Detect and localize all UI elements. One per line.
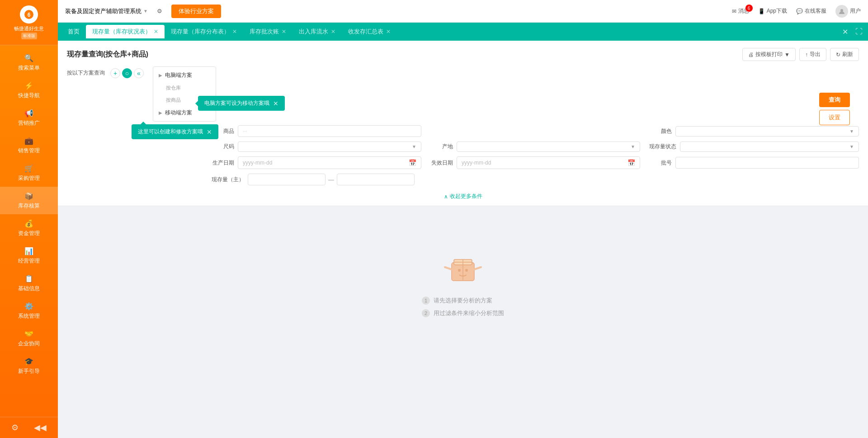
expiry-date-placeholder: yyyy-mm-dd (462, 160, 491, 166)
logo-text: 畅捷通好生意 (14, 25, 44, 32)
refresh-btn[interactable]: ↻ 刷新 (830, 48, 859, 61)
tab-close-all-btn[interactable]: ✕ (840, 28, 850, 36)
form-item-color: 颜色 ▼ (649, 125, 859, 137)
tooltip-edit-close[interactable]: ✕ (207, 128, 212, 136)
trial-btn[interactable]: 体验行业方案 (171, 5, 221, 18)
sidebar-item-purchase-label: 采购管理 (18, 174, 40, 182)
filter-back-btn[interactable]: « (134, 68, 144, 78)
enterprise-icon: 🤝 (24, 329, 33, 338)
sidebar-item-finance[interactable]: 💰 资金管理 (0, 214, 58, 242)
size-label: 尺码 (212, 143, 234, 151)
sidebar-item-quicknav[interactable]: ⚡ 快捷导航 (0, 76, 58, 104)
tab-inventory-status[interactable]: 现存量（库存状况表） ✕ (86, 25, 165, 38)
form-item-goods: 商品 ··· (212, 125, 421, 137)
sales-icon: 💼 (24, 136, 33, 145)
sidebar-item-baseinfo[interactable]: 📋 基础信息 (0, 269, 58, 297)
quicknav-icon: ⚡ (24, 81, 33, 90)
top-header: 装备及固定资产辅助管理系统 ▼ ⚙ 体验行业方案 ✉ 消息 6 📱 App下载 … (58, 0, 868, 23)
size-select-arrow: ▼ (412, 144, 416, 149)
tooltip-pc-close[interactable]: ✕ (273, 100, 278, 107)
prod-date-placeholder: yyyy-mm-dd (243, 160, 272, 166)
batch-input[interactable] (675, 157, 859, 169)
tab-inout[interactable]: 出入库流水 ✕ (292, 25, 342, 38)
tab-inventory-dist-close[interactable]: ✕ (232, 28, 237, 35)
scheme-container: ▶ 电脑端方案 按仓库 按商品 ▶ 移动端方案 (153, 66, 216, 122)
filter-label: 按以下方案查询 (67, 66, 105, 77)
sidebar-settings-btn[interactable]: ⚙ (11, 423, 19, 433)
scheme-item-pc[interactable]: ▶ 电脑端方案 (153, 69, 216, 82)
print-icon: 🖨 (748, 52, 754, 58)
sidebar-item-search[interactable]: 🔍 搜索菜单 (0, 49, 58, 76)
online-support-btn[interactable]: 💬 在线客服 (796, 7, 826, 15)
sidebar-item-inventory-label: 库存核算 (18, 202, 40, 210)
scheme-list: ▶ 电脑端方案 按仓库 按商品 ▶ 移动端方案 (153, 66, 216, 122)
expiry-date-input[interactable]: yyyy-mm-dd 📅 (457, 156, 640, 169)
tab-batch-close[interactable]: ✕ (282, 28, 286, 35)
tab-inventory-status-close[interactable]: ✕ (154, 28, 158, 35)
tab-controls: ✕ ⛶ (840, 28, 864, 36)
tab-inventory-dist[interactable]: 现存量（库存分布表） ✕ (165, 25, 243, 38)
expiry-date-calendar-icon: 📅 (627, 159, 635, 166)
tooltip-pc-text: 电脑方案可设为移动方案哦 (204, 99, 269, 107)
empty-steps: 1 请先选择要分析的方案 2 用过滤条件来缩小分析范围 (422, 297, 504, 317)
sidebar-item-guide[interactable]: 🎓 新手引导 (0, 352, 58, 380)
stock-qty-min-input[interactable] (248, 174, 326, 185)
message-btn[interactable]: ✉ 消息 6 (732, 7, 749, 15)
stock-status-select[interactable]: ▼ (680, 141, 859, 152)
message-badge: 6 (745, 5, 753, 12)
sidebar-item-marketing[interactable]: 📢 营销推广 (0, 104, 58, 132)
sidebar-collapse-btn[interactable]: ◀◀ (34, 423, 47, 433)
app-download-btn[interactable]: 📱 App下载 (758, 7, 787, 15)
header-settings-btn[interactable]: ⚙ (153, 5, 166, 18)
form-grid-row4: 现存量（主） — (212, 174, 859, 185)
export-btn[interactable]: ↑ 导出 (799, 48, 826, 61)
form-item-stock-qty: 现存量（主） — (212, 174, 415, 185)
sidebar-item-enterprise[interactable]: 🤝 企业协同 (0, 325, 58, 352)
scheme-item-warehouse[interactable]: 按仓库 (153, 82, 216, 94)
size-select[interactable]: ▼ (238, 141, 421, 152)
tooltip-pc: 电脑方案可设为移动方案哦 ✕ (198, 96, 285, 111)
phone-icon: 📱 (758, 8, 765, 14)
filter-add-btn[interactable]: + (110, 68, 120, 78)
empty-illustration (440, 242, 486, 287)
logo-area: 6 畅捷通好生意 标准版 (0, 0, 58, 45)
form-item-expiry-date: 失效日期 yyyy-mm-dd 📅 (430, 156, 640, 169)
prod-date-label: 生产日期 (212, 159, 234, 167)
user-menu[interactable]: 用户 (835, 5, 861, 18)
stock-qty-sep: — (328, 176, 334, 183)
color-select[interactable]: ▼ (675, 126, 859, 137)
form-item-size: 尺码 ▼ (212, 141, 421, 152)
tab-batch[interactable]: 库存批次账 ✕ (243, 25, 292, 38)
page-title: 现存量查询(按仓库+商品) (67, 50, 148, 59)
user-avatar (835, 5, 848, 18)
tab-summary[interactable]: 收发存汇总表 ✕ (342, 25, 397, 38)
sidebar-item-system[interactable]: ⚙️ 系统管理 (0, 297, 58, 325)
sidebar-item-inventory[interactable]: 📦 库存核算 (0, 187, 58, 214)
sidebar-bottom: ⚙ ◀◀ (0, 417, 58, 438)
form-item-batch: 批号 (649, 156, 859, 169)
reset-btn[interactable]: 设置 (819, 110, 850, 125)
filter-edit-btn[interactable]: ○ (122, 68, 132, 78)
search-btn[interactable]: 查询 (819, 93, 850, 107)
print-btn[interactable]: 🖨 按模板打印 ▼ (742, 48, 796, 61)
tab-fullscreen-btn[interactable]: ⛶ (854, 28, 864, 36)
stock-qty-max-input[interactable] (337, 174, 415, 185)
system-selector[interactable]: 装备及固定资产辅助管理系统 ▼ (65, 7, 148, 15)
system-icon: ⚙️ (24, 301, 33, 311)
svg-text:6: 6 (28, 12, 31, 18)
goods-input[interactable]: ··· (238, 125, 421, 137)
sidebar-item-purchase[interactable]: 🛒 采购管理 (0, 159, 58, 187)
sidebar-item-sales[interactable]: 💼 销售管理 (0, 132, 58, 159)
header-left: 装备及固定资产辅助管理系统 ▼ ⚙ 体验行业方案 (65, 5, 221, 18)
operations-icon: 📊 (24, 246, 33, 255)
tab-home[interactable]: 首页 (61, 25, 86, 38)
step-2-num: 2 (422, 309, 430, 317)
collapse-btn[interactable]: ∧ 收起更多条件 (444, 193, 482, 200)
prod-date-input[interactable]: yyyy-mm-dd 📅 (238, 156, 421, 169)
system-title: 装备及固定资产辅助管理系统 (65, 7, 142, 15)
sidebar-item-guide-label: 新手引导 (18, 367, 40, 375)
tab-inout-close[interactable]: ✕ (331, 28, 335, 35)
origin-select[interactable]: ▼ (457, 141, 640, 152)
sidebar-item-operations[interactable]: 📊 经营管理 (0, 242, 58, 269)
tab-summary-close[interactable]: ✕ (386, 28, 391, 35)
